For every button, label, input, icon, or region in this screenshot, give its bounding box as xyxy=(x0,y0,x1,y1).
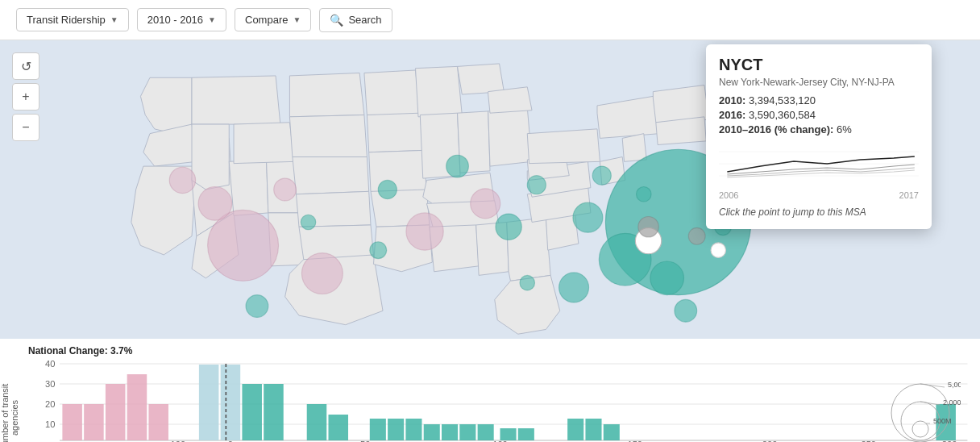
metric-chevron-icon: ▼ xyxy=(110,15,118,24)
svg-text:2,000M: 2,000M xyxy=(943,398,961,407)
legend-area: 5,000M 2,000M 500M Millions of unlinkedp… xyxy=(877,371,964,442)
svg-marker-18 xyxy=(364,70,420,115)
svg-text:40: 40 xyxy=(45,360,56,369)
histogram-svg: 40 30 20 10 xyxy=(28,360,972,442)
zoom-in-icon: + xyxy=(22,90,29,104)
svg-rect-91 xyxy=(242,384,262,440)
svg-rect-103 xyxy=(518,428,534,440)
svg-point-70 xyxy=(688,227,705,244)
zoom-out-button[interactable]: − xyxy=(12,114,39,141)
svg-marker-13 xyxy=(289,115,367,157)
compare-dropdown[interactable]: Compare ▼ xyxy=(235,8,311,31)
search-button[interactable]: 🔍 Search xyxy=(319,8,392,32)
svg-marker-23 xyxy=(416,66,463,116)
svg-point-117 xyxy=(891,384,949,442)
search-label: Search xyxy=(348,14,381,26)
svg-point-54 xyxy=(274,178,297,201)
svg-point-51 xyxy=(198,187,232,221)
tooltip-stat-2016: 2016: 3,590,360,584 xyxy=(719,109,919,121)
svg-rect-95 xyxy=(370,419,386,440)
svg-marker-27 xyxy=(488,107,532,166)
svg-rect-96 xyxy=(388,419,404,440)
svg-rect-101 xyxy=(478,424,494,440)
svg-rect-93 xyxy=(307,404,327,440)
tooltip-stat-change-label: 2010–2016 (% change): xyxy=(719,123,833,136)
svg-rect-88 xyxy=(148,404,168,440)
svg-point-66 xyxy=(592,166,611,185)
svg-point-60 xyxy=(527,176,546,194)
svg-point-49 xyxy=(559,273,589,302)
svg-rect-105 xyxy=(585,419,601,440)
svg-rect-104 xyxy=(567,419,583,440)
compare-label: Compare xyxy=(245,14,288,26)
tooltip-popup: NYCT New York-Newark-Jersey City, NY-NJ-… xyxy=(706,44,932,229)
y-axis-label: Number of transitagencies xyxy=(0,361,24,442)
svg-rect-90 xyxy=(221,365,241,440)
svg-point-63 xyxy=(370,242,387,259)
year-range-dropdown[interactable]: 2010 - 2016 ▼ xyxy=(137,8,226,31)
chart-inner: National Change: 3.7% 40 30 20 10 xyxy=(24,345,980,442)
tooltip-cta[interactable]: Click the point to jump to this MSA xyxy=(719,206,919,218)
svg-rect-92 xyxy=(264,384,284,440)
svg-marker-19 xyxy=(367,113,422,152)
svg-point-67 xyxy=(637,187,652,202)
map-area[interactable]: ↺ + − NYCT New York-Newark-Jersey City, … xyxy=(0,40,980,339)
tooltip-stat-2016-value: 3,590,360,584 xyxy=(749,109,816,121)
year-range-label: 2010 - 2016 xyxy=(147,14,203,26)
reset-icon: ↺ xyxy=(21,59,31,74)
svg-point-55 xyxy=(406,213,443,250)
chart-title: National Change: 3.7% xyxy=(28,345,972,357)
reset-button[interactable]: ↺ xyxy=(12,52,39,80)
svg-rect-97 xyxy=(405,419,421,440)
tooltip-chart-labels: 2006 2017 xyxy=(719,190,919,200)
svg-point-48 xyxy=(675,299,697,322)
svg-text:500M: 500M xyxy=(933,417,952,425)
svg-rect-84 xyxy=(62,404,82,440)
svg-point-56 xyxy=(471,189,500,219)
tooltip-stat-2010-label: 2010: xyxy=(719,94,745,106)
tooltip-mini-chart xyxy=(719,144,919,184)
svg-point-46 xyxy=(650,261,684,295)
svg-rect-85 xyxy=(84,404,104,440)
svg-marker-8 xyxy=(229,160,268,215)
chart-area: Number of transitagencies National Chang… xyxy=(0,339,980,442)
svg-rect-100 xyxy=(459,424,475,440)
svg-point-62 xyxy=(520,275,535,290)
histogram: 40 30 20 10 xyxy=(28,360,972,442)
metric-dropdown[interactable]: Transit Ridership ▼ xyxy=(16,8,129,31)
compare-chevron-icon: ▼ xyxy=(293,15,301,24)
svg-rect-106 xyxy=(604,424,620,440)
svg-point-57 xyxy=(378,180,397,198)
svg-point-52 xyxy=(301,253,343,294)
svg-rect-86 xyxy=(106,384,126,440)
svg-point-71 xyxy=(711,243,726,258)
svg-point-59 xyxy=(496,214,521,240)
tooltip-stat-2010: 2010: 3,394,533,120 xyxy=(719,94,919,106)
tooltip-title: NYCT xyxy=(719,56,919,74)
svg-point-69 xyxy=(638,217,658,237)
svg-text:10: 10 xyxy=(45,420,56,429)
svg-text:20: 20 xyxy=(45,400,56,409)
svg-text:5,000M: 5,000M xyxy=(948,381,961,389)
year-chevron-icon: ▼ xyxy=(208,15,216,24)
chart-year-start: 2006 xyxy=(719,190,738,200)
zoom-out-icon: − xyxy=(22,120,29,135)
svg-rect-98 xyxy=(424,424,440,440)
tooltip-stat-change: 2010–2016 (% change): 6% xyxy=(719,123,919,136)
svg-point-61 xyxy=(573,202,603,232)
svg-rect-102 xyxy=(500,428,517,440)
svg-point-64 xyxy=(246,295,268,318)
zoom-in-button[interactable]: + xyxy=(12,83,39,110)
tooltip-stat-2016-label: 2016: xyxy=(719,109,745,121)
svg-point-65 xyxy=(301,215,316,230)
svg-marker-24 xyxy=(458,64,505,94)
svg-rect-87 xyxy=(127,374,147,440)
svg-rect-89 xyxy=(199,365,219,440)
svg-marker-14 xyxy=(293,157,369,194)
metric-label: Transit Ridership xyxy=(27,14,106,26)
svg-point-58 xyxy=(446,155,469,177)
svg-marker-40 xyxy=(653,85,708,123)
svg-marker-44 xyxy=(488,87,532,113)
svg-rect-99 xyxy=(442,424,458,440)
svg-marker-7 xyxy=(192,124,229,190)
